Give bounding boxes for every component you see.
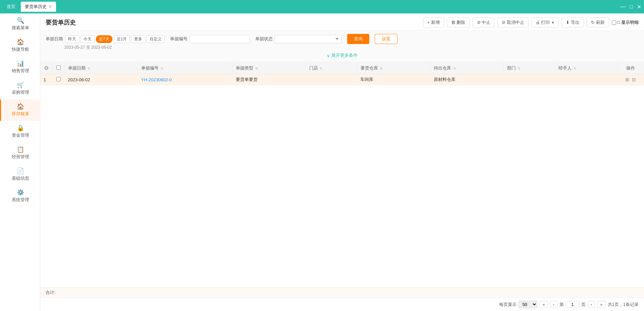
sidebar-label-purchase: 采购管理: [12, 89, 29, 95]
cell-handler: [555, 74, 617, 85]
toolbar: + 新增 🗑 删除 ⊘ 中止 ⊘ 取消中止 🖨 打印 ▼ ⬇ 导出 ↻ 刷新 □…: [423, 17, 639, 28]
chevron-down-icon: ∨: [327, 53, 330, 58]
docno-input[interactable]: [190, 35, 250, 43]
status-select[interactable]: [275, 35, 342, 43]
table-row: 1 2023-06-02 YH-20230602-0 要货单要货 车间库 原材料…: [40, 74, 644, 85]
show-detail-toggle[interactable]: □ 显示明细: [612, 19, 639, 26]
cell-ops: ⊞ ⊟: [617, 74, 644, 85]
stop-button[interactable]: ⊘ 中止: [473, 17, 495, 28]
gear-icon: ⚙️: [17, 189, 24, 195]
sidebar-label-operations: 经营管理: [12, 154, 29, 160]
clipboard-icon: 📋: [17, 146, 24, 152]
sort-handler-icon[interactable]: ⇅: [573, 66, 576, 70]
last-page-btn[interactable]: »: [597, 301, 605, 308]
minimize-icon[interactable]: —: [620, 4, 626, 10]
main-table: ⚙ 单据日期 ⇅ 单据编号 ⇅: [40, 62, 644, 85]
delete-button[interactable]: 🗑 删除: [447, 17, 470, 28]
date-btn-custom[interactable]: 自定义: [147, 35, 165, 43]
sort-doc-date-icon[interactable]: ⇅: [87, 66, 90, 70]
expand-more-btn[interactable]: ∨ 展开更多条件: [46, 52, 639, 58]
edit-icon[interactable]: ⊞: [625, 77, 629, 82]
sidebar-item-system[interactable]: ⚙️ 系统管理: [0, 185, 40, 207]
export-button[interactable]: ⬇ 导出: [561, 17, 584, 28]
new-button[interactable]: + 新增: [423, 17, 444, 28]
doc-no-link[interactable]: YH-20230602-0: [141, 77, 172, 82]
cart-icon: 🛒: [17, 82, 24, 88]
summary-label: 合计:: [46, 290, 56, 296]
sidebar-item-quick-nav[interactable]: 🏠 快捷导航: [0, 35, 40, 56]
more-icon[interactable]: ⊟: [632, 77, 636, 82]
per-page-select[interactable]: 50 10 20 100: [519, 301, 537, 308]
date-btn-today[interactable]: 今天: [80, 35, 95, 43]
date-btn-yesterday[interactable]: 昨天: [65, 35, 79, 43]
sidebar-label-inventory: 库存核算: [12, 111, 29, 117]
cell-doc-type: 要货单要货: [232, 74, 306, 85]
tab-label: 要货单历史: [25, 4, 47, 10]
sort-req-warehouse-icon[interactable]: ⇅: [380, 66, 382, 70]
sort-pending-warehouse-icon[interactable]: ⇅: [453, 66, 456, 70]
table-settings-icon[interactable]: ⚙: [44, 65, 49, 71]
pagination-bar: 每页显示 50 10 20 100 « ‹ 第 页 › » 共1页，1条记录: [40, 298, 644, 311]
sidebar-label-sales: 销售管理: [12, 68, 29, 74]
maximize-icon[interactable]: □: [630, 4, 633, 10]
sidebar-item-purchase[interactable]: 🛒 采购管理: [0, 78, 40, 99]
cancel-stop-button[interactable]: ⊘ 取消中止: [497, 17, 529, 28]
cell-store: [306, 74, 357, 85]
cell-req-warehouse: 车间库: [357, 74, 430, 85]
tab-home[interactable]: 首页: [3, 2, 19, 12]
status-filter-group: 单据状态: [255, 35, 342, 43]
sidebar-label-finance: 资金管理: [12, 132, 29, 138]
tab-yaohuodan[interactable]: 要货单历史 ✕: [21, 2, 56, 12]
col-checkbox: [52, 62, 64, 74]
sidebar-item-operations[interactable]: 📋 经营管理: [0, 142, 40, 164]
page-number-input[interactable]: [566, 301, 579, 308]
first-page-btn[interactable]: «: [539, 301, 548, 308]
total-info: 共1页，1条记录: [608, 302, 639, 308]
home-icon: 🏠: [17, 39, 24, 45]
inventory-icon: 🏠: [17, 103, 24, 109]
page-header: 要货单历史 + 新增 🗑 删除 ⊘ 中止 ⊘ 取消中止 🖨 打印 ▼ ⬇ 导出 …: [40, 13, 644, 31]
sort-store-icon[interactable]: ⇅: [320, 66, 322, 70]
sidebar-item-base[interactable]: 📄 基础信息: [0, 164, 40, 185]
cell-index: 1: [40, 74, 52, 85]
query-button[interactable]: 查询: [347, 34, 369, 44]
col-handler: 经手人 ⇅: [555, 62, 617, 74]
docno-label: 单据编号: [170, 36, 187, 42]
chart-icon: 📊: [17, 60, 24, 66]
table-header: ⚙ 单据日期 ⇅ 单据编号 ⇅: [40, 62, 644, 74]
per-page-label: 每页显示: [499, 302, 517, 308]
sidebar-label-quick-nav: 快捷导航: [12, 46, 29, 52]
refresh-button[interactable]: ↻ 刷新: [587, 17, 609, 28]
sidebar-item-inventory[interactable]: 🏠 库存核算: [0, 99, 40, 121]
content-area: 要货单历史 + 新增 🗑 删除 ⊘ 中止 ⊘ 取消中止 🖨 打印 ▼ ⬇ 导出 …: [40, 13, 644, 311]
next-page-btn[interactable]: ›: [588, 301, 595, 308]
col-settings: ⚙: [40, 62, 52, 74]
prev-page-btn[interactable]: ‹: [550, 301, 557, 308]
date-range-text: 2023-05-27 至 2023-06-02: [64, 45, 112, 50]
sort-doc-no-icon[interactable]: ⇅: [161, 66, 163, 70]
main-layout: 🔍 搜索菜单 🏠 快捷导航 📊 销售管理 🛒 采购管理 🏠 库存核算 🔒 资金管…: [0, 13, 644, 311]
cell-department: [503, 74, 555, 85]
search-icon: 🔍: [17, 17, 24, 24]
sidebar-item-finance[interactable]: 🔒 资金管理: [0, 121, 40, 142]
print-button[interactable]: 🖨 打印 ▼: [531, 17, 559, 28]
show-detail-checkbox[interactable]: [612, 20, 616, 25]
sort-department-icon[interactable]: ⇅: [518, 66, 520, 70]
status-label: 单据状态: [255, 36, 273, 42]
date-btn-7days[interactable]: 近7天: [96, 35, 112, 43]
row-checkbox[interactable]: [56, 77, 61, 81]
select-all-checkbox[interactable]: [56, 65, 61, 70]
sidebar-label-search: 搜索菜单: [12, 25, 29, 31]
col-doc-date: 单据日期 ⇅: [64, 62, 138, 74]
date-btn-more[interactable]: 更多: [131, 35, 145, 43]
sort-doc-type-icon[interactable]: ⇅: [255, 66, 258, 70]
col-store: 门店 ⇅: [306, 62, 357, 74]
filter-row-1: 单据日期 昨天 今天 近7天 近1月 更多 自定义 单据编号: [46, 34, 639, 44]
tab-close-icon[interactable]: ✕: [49, 5, 52, 9]
window-controls: — □ ✕: [620, 4, 641, 10]
sidebar-item-search[interactable]: 🔍 搜索菜单: [0, 13, 40, 35]
date-btn-1month[interactable]: 近1月: [114, 35, 130, 43]
settings-button[interactable]: 设置: [375, 34, 397, 44]
close-icon[interactable]: ✕: [637, 4, 641, 10]
sidebar-item-sales[interactable]: 📊 销售管理: [0, 56, 40, 78]
